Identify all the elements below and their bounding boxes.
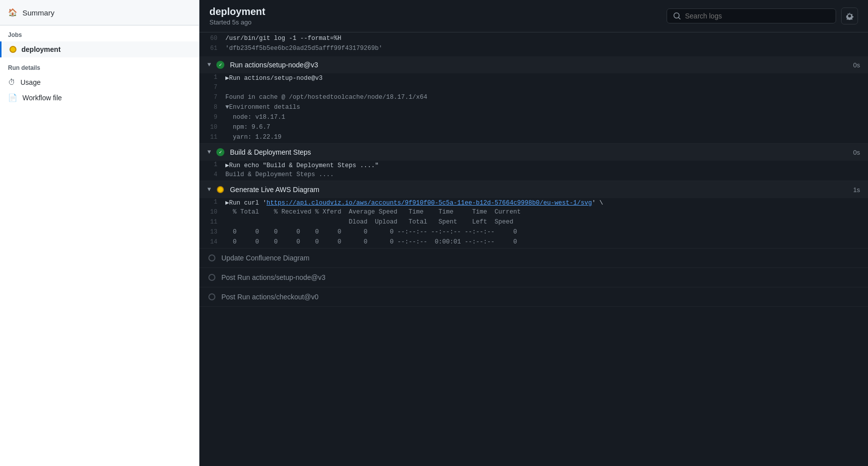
line-number: 9 xyxy=(199,114,225,121)
line-content: 0 0 0 0 0 0 0 0 --:--:-- 0:00:01 --:--:-… xyxy=(225,238,517,245)
line-content: /usr/bin/git log -1 --format=%H xyxy=(225,35,342,42)
step-status-icon-pending xyxy=(207,273,216,282)
main-content: deployment Started 5s ago 60 /usr/bin/gi xyxy=(199,0,868,466)
line-number: 60 xyxy=(199,35,225,42)
line-number: 13 xyxy=(199,229,225,235)
jobs-section-label: Jobs xyxy=(0,25,199,41)
header-title-block: deployment Started 5s ago xyxy=(209,6,265,26)
step-status-icon-running xyxy=(216,185,225,194)
line-content: 'dfb2354f5b5ee6bc20ad25d5afff99f43179269… xyxy=(225,45,382,52)
log-line: 4 Build & Deployment Steps .... xyxy=(199,171,868,181)
line-content: Build & Deployment Steps .... xyxy=(225,171,334,178)
log-line: 1 ▶Run curl 'https://api.cloudviz.io/aws… xyxy=(199,198,868,208)
step-header-setup-node[interactable]: ▼ ✓ Run actions/setup-node@v3 0s xyxy=(199,56,868,73)
line-content: Dload Upload Total Spent Left Speed xyxy=(225,219,514,226)
page-title: deployment xyxy=(209,6,265,17)
line-content: Found in cache @ /opt/hostedtoolcache/no… xyxy=(225,94,427,101)
header-actions xyxy=(667,7,858,24)
step-logs-build-deploy: 1 ▶Run echo "Build & Deployment Steps ..… xyxy=(199,161,868,181)
step-title-setup-node: Run actions/setup-node@v3 xyxy=(230,61,848,69)
pending-icon xyxy=(208,254,215,261)
log-line: 11 Dload Upload Total Spent Left Speed xyxy=(199,218,868,228)
line-number: 61 xyxy=(199,45,225,52)
workflow-file-label: Workflow file xyxy=(22,94,62,102)
sidebar-item-workflow-file[interactable]: 📄 Workflow file xyxy=(0,90,199,106)
step-header-generate-aws[interactable]: ▼ Generate Live AWS Diagram 1s xyxy=(199,181,868,198)
line-content: ▶Run echo "Build & Deployment Steps ....… xyxy=(225,161,379,169)
success-icon: ✓ xyxy=(216,148,224,156)
line-number: 11 xyxy=(199,219,225,226)
summary-label: Summary xyxy=(22,8,54,17)
clock-icon: ⏱ xyxy=(8,78,15,86)
job-name: deployment xyxy=(21,45,61,53)
log-line: 10 npm: 9.6.7 xyxy=(199,123,868,133)
line-content: npm: 9.6.7 xyxy=(225,124,270,131)
line-number: 7 xyxy=(199,94,225,101)
chevron-down-icon: ▼ xyxy=(207,186,211,193)
main-header: deployment Started 5s ago xyxy=(199,0,868,32)
log-line: 60 /usr/bin/git log -1 --format=%H xyxy=(199,34,868,44)
line-content: 0 0 0 0 0 0 0 0 --:--:-- --:--:-- --:--:… xyxy=(225,229,517,235)
log-line: 7 Found in cache @ /opt/hostedtoolcache/… xyxy=(199,93,868,103)
log-line: 10 % Total % Received % Xferd Average Sp… xyxy=(199,208,868,218)
file-icon: 📄 xyxy=(8,93,17,102)
pending-step-title: Post Run actions/checkout@v0 xyxy=(221,293,319,301)
line-number: 4 xyxy=(199,171,225,178)
summary-link[interactable]: 🏠 Summary xyxy=(0,0,199,25)
step-duration-generate-aws: 1s xyxy=(853,186,860,194)
pending-step-post-checkout: Post Run actions/checkout@v0 xyxy=(199,287,868,307)
step-section-build-deploy: ▼ ✓ Build & Deployment Steps 0s 1 ▶Run e… xyxy=(199,144,868,181)
log-line: 13 0 0 0 0 0 0 0 0 --:--:-- --:--:-- --:… xyxy=(199,228,868,238)
line-number: 8 xyxy=(199,104,225,111)
job-status-dot xyxy=(9,46,16,53)
search-input[interactable] xyxy=(685,12,830,20)
log-line: 11 yarn: 1.22.19 xyxy=(199,133,868,143)
gear-icon xyxy=(846,12,854,20)
search-icon xyxy=(673,12,681,20)
log-line: 7 xyxy=(199,83,868,93)
step-logs-setup-node: 1 ▶Run actions/setup-node@v3 7 7 Found i… xyxy=(199,73,868,143)
page-subtitle: Started 5s ago xyxy=(209,18,265,26)
usage-label: Usage xyxy=(20,78,40,86)
pending-step-update-confluence: Update Confluence Diagram xyxy=(199,248,868,268)
step-status-icon-pending xyxy=(207,253,216,262)
line-content: % Total % Received % Xferd Average Speed… xyxy=(225,209,521,216)
log-line: 61 'dfb2354f5b5ee6bc20ad25d5afff99f43179… xyxy=(199,44,868,54)
line-number: 1 xyxy=(199,199,225,206)
settings-button[interactable] xyxy=(841,7,858,24)
step-section-setup-node: ▼ ✓ Run actions/setup-node@v3 0s 1 ▶Run … xyxy=(199,56,868,144)
step-duration-build-deploy: 0s xyxy=(853,149,860,156)
pre-section-lines: 60 /usr/bin/git log -1 --format=%H 61 'd… xyxy=(199,32,868,56)
line-number: 7 xyxy=(199,84,225,91)
chevron-down-icon: ▼ xyxy=(207,149,211,156)
pending-step-title: Update Confluence Diagram xyxy=(221,254,310,262)
log-line: 14 0 0 0 0 0 0 0 0 --:--:-- 0:00:01 --:-… xyxy=(199,238,868,248)
step-status-icon-pending xyxy=(207,292,216,301)
log-line: 9 node: v18.17.1 xyxy=(199,113,868,123)
sidebar-item-deployment[interactable]: deployment xyxy=(0,41,199,57)
run-details-label: Run details xyxy=(0,57,199,74)
home-icon: 🏠 xyxy=(8,8,17,17)
curl-link[interactable]: https://api.cloudviz.io/aws/accounts/9f9… xyxy=(267,200,592,207)
log-area: 60 /usr/bin/git log -1 --format=%H 61 'd… xyxy=(199,32,868,466)
step-header-build-deploy[interactable]: ▼ ✓ Build & Deployment Steps 0s xyxy=(199,144,868,161)
step-status-icon-success: ✓ xyxy=(216,148,225,157)
pending-step-title: Post Run actions/setup-node@v3 xyxy=(221,273,326,281)
line-number: 10 xyxy=(199,209,225,216)
chevron-down-icon: ▼ xyxy=(207,61,211,68)
line-content: ▼Environment details xyxy=(225,104,300,111)
line-content: ▶Run curl 'https://api.cloudviz.io/aws/a… xyxy=(225,199,603,207)
search-box[interactable] xyxy=(667,8,836,23)
step-logs-generate-aws: 1 ▶Run curl 'https://api.cloudviz.io/aws… xyxy=(199,198,868,248)
line-content: node: v18.17.1 xyxy=(225,114,285,121)
step-title-generate-aws: Generate Live AWS Diagram xyxy=(230,186,848,194)
pending-icon xyxy=(208,293,215,300)
line-content: yarn: 1.22.19 xyxy=(225,134,282,141)
line-content: ▶Run actions/setup-node@v3 xyxy=(225,74,323,82)
step-status-icon-success: ✓ xyxy=(216,60,225,69)
running-icon xyxy=(217,186,224,193)
line-number: 11 xyxy=(199,134,225,141)
sidebar-item-usage[interactable]: ⏱ Usage xyxy=(0,74,199,90)
line-number: 10 xyxy=(199,124,225,131)
line-number: 1 xyxy=(199,74,225,81)
